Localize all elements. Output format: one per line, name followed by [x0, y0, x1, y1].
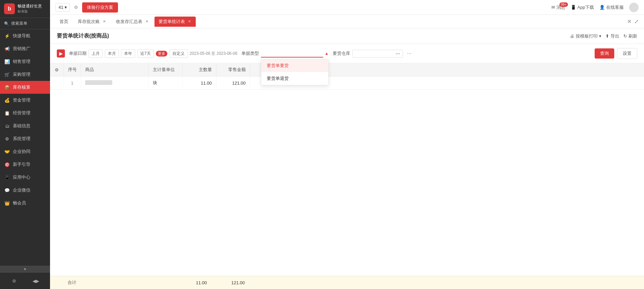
- column-settings-icon[interactable]: ⚙: [55, 67, 59, 72]
- marketing-icon: 📢: [4, 46, 10, 52]
- tab-receipt-summary-close[interactable]: ✕: [144, 19, 149, 24]
- store-selector[interactable]: 41 ▾: [55, 3, 70, 12]
- quick-nav-icon: ⚡: [4, 33, 10, 39]
- sidebar-item-guide[interactable]: 🎯 新手引导: [0, 158, 50, 171]
- refresh-action[interactable]: ↻ 刷新: [623, 33, 637, 39]
- print-template-action[interactable]: 🖨 按模板打印 ▾: [570, 33, 601, 39]
- sidebar-search[interactable]: 🔍 搜索菜单: [0, 18, 50, 29]
- page-actions: 🖨 按模板打印 ▾ ⬆ 导出 ↻ 刷新: [570, 33, 637, 39]
- store-name: 41: [58, 5, 63, 10]
- filter-expand-button[interactable]: ▶: [57, 49, 65, 58]
- sidebar-item-label: 销售管理: [13, 59, 30, 65]
- trial-button[interactable]: 体验行业方案: [82, 2, 118, 13]
- tab-bar: 首页 库存批次账 ✕ 收发存汇总表 ✕ 要货单统计表 ✕ ✕ ⤢: [50, 15, 644, 28]
- sidebar-item-label: 基础信息: [13, 123, 30, 129]
- type-filter-label: 单据类型: [241, 50, 259, 57]
- topbar-right: ✉ 消息 99+ 📱 App下载 👤 在线客服: [551, 3, 639, 12]
- tab-home-label: 首页: [59, 19, 68, 25]
- warehouse-select[interactable]: ⋯: [352, 50, 403, 58]
- settings-button[interactable]: ⚙: [9, 276, 19, 286]
- tab-order-stats-label: 要货单统计表: [159, 19, 185, 25]
- date-this-year-btn[interactable]: 本年: [121, 49, 135, 58]
- table-footer: 合计 11.00 121.00: [50, 276, 644, 289]
- type-select-container: ▲ 要货单要货 要货单退货: [261, 50, 329, 58]
- sidebar-item-label: 企业协同: [13, 149, 30, 155]
- sales-icon: 📊: [4, 59, 10, 65]
- tab-order-stats[interactable]: 要货单统计表 ✕: [154, 17, 196, 27]
- date-recent-btn[interactable]: 近7天: [137, 49, 154, 58]
- sidebar-item-sales[interactable]: 📊 销售管理: [0, 55, 50, 68]
- footer-amount: 121.00: [211, 280, 245, 285]
- tab-close-all-icon[interactable]: ✕: [627, 18, 631, 25]
- sidebar-item-label: 库存核算: [13, 84, 30, 90]
- date-filter-group: 单据日期 上月 本月 本年 近7天 更多 自定义 2023-05-06 至 20…: [69, 49, 237, 58]
- tab-inventory-batch[interactable]: 库存批次账 ✕: [74, 17, 111, 27]
- type-select-input[interactable]: [261, 50, 323, 58]
- logo-sub: 标准版: [18, 9, 42, 14]
- date-more-badge[interactable]: 更多: [156, 51, 167, 57]
- date-filter-label: 单据日期: [69, 50, 87, 57]
- date-custom-btn[interactable]: 自定义: [169, 49, 188, 58]
- tab-inventory-batch-close[interactable]: ✕: [102, 19, 106, 24]
- sidebar-item-member[interactable]: 👑 畅会员: [0, 197, 50, 209]
- tab-order-stats-close[interactable]: ✕: [187, 19, 192, 24]
- sidebar-item-operations[interactable]: 📋 经营管理: [0, 107, 50, 119]
- basic-icon: 🗂: [4, 123, 10, 129]
- tab-bar-actions: ✕ ⤢: [627, 18, 639, 25]
- sidebar-scroll-down[interactable]: ▼: [0, 266, 50, 272]
- date-last-month-btn[interactable]: 上月: [89, 49, 103, 58]
- table-container: ⚙ 序号 商品 主计量单位 主数量 零售金额 1: [50, 63, 644, 276]
- app-download-label: App下载: [577, 4, 594, 10]
- filter-settings-button[interactable]: 设置: [617, 48, 637, 59]
- sidebar-item-basic[interactable]: 🗂 基础信息: [0, 119, 50, 132]
- export-action[interactable]: ⬆ 导出: [605, 33, 619, 39]
- sidebar-item-enterprise[interactable]: 🤝 企业协同: [0, 145, 50, 158]
- sidebar-item-label: 企业微信: [13, 187, 30, 193]
- table-row: 1 块 11.00 121.00: [50, 76, 644, 90]
- sidebar-item-inventory[interactable]: 📦 库存核算: [0, 81, 50, 94]
- sidebar-item-label: 经营管理: [13, 110, 30, 116]
- sidebar-logo: b 畅捷通好生意 标准版: [0, 0, 50, 18]
- logo-name: 畅捷通好生意: [18, 4, 42, 9]
- service-icon: 👤: [599, 5, 605, 10]
- messages-item[interactable]: ✉ 消息 99+: [551, 4, 565, 10]
- app-download-item[interactable]: 📱 App下载: [571, 4, 594, 10]
- member-icon: 👑: [4, 200, 10, 206]
- filter-more-dots[interactable]: ···: [407, 50, 411, 57]
- main-content: 41 ▾ ⚙ 体验行业方案 ✉ 消息 99+ 📱 App下载 👤 在线客服: [50, 0, 644, 289]
- inventory-icon: 📦: [4, 84, 10, 90]
- cell-settings: [50, 76, 64, 90]
- tab-home[interactable]: 首页: [55, 17, 72, 27]
- topbar-left: 41 ▾ ⚙ 体验行业方案: [55, 2, 549, 13]
- sidebar-item-system[interactable]: ⚙ 系统管理: [0, 132, 50, 145]
- online-service-item[interactable]: 👤 在线客服: [599, 4, 624, 10]
- sidebar-item-label: 应用中心: [13, 174, 30, 180]
- phone-icon: 📱: [571, 5, 576, 10]
- type-select-arrow[interactable]: ▲: [325, 51, 329, 56]
- tab-expand-icon[interactable]: ⤢: [634, 18, 639, 25]
- purchase-icon: 🛒: [4, 71, 10, 77]
- sidebar-item-appstore[interactable]: 📱 应用中心: [0, 171, 50, 184]
- sidebar-item-quick-nav[interactable]: ⚡ 快捷导航: [0, 29, 50, 42]
- dropdown-item-return[interactable]: 要货单退货: [261, 72, 328, 85]
- search-label: 搜索菜单: [11, 21, 27, 26]
- collapse-button[interactable]: ◀▶: [31, 276, 41, 286]
- table-header-row: ⚙ 序号 商品 主计量单位 主数量 零售金额: [50, 63, 644, 76]
- sidebar-item-wechat[interactable]: 💬 企业微信: [0, 184, 50, 197]
- refresh-icon: ↻: [623, 34, 627, 39]
- cell-product: [81, 76, 148, 90]
- tab-receipt-summary[interactable]: 收发存汇总表 ✕: [112, 17, 153, 27]
- topbar-settings-icon[interactable]: ⚙: [73, 3, 79, 11]
- chevron-down-icon: ▾: [65, 5, 67, 10]
- dropdown-item-order[interactable]: 要货单要货: [261, 59, 328, 72]
- enterprise-icon: 🤝: [4, 149, 10, 155]
- sidebar-item-label: 快捷导航: [13, 33, 30, 39]
- sidebar-item-purchase[interactable]: 🛒 采购管理: [0, 68, 50, 81]
- sidebar-item-finance[interactable]: 💰 资金管理: [0, 94, 50, 107]
- logo-text-block: 畅捷通好生意 标准版: [18, 4, 42, 14]
- query-button[interactable]: 查询: [595, 48, 614, 59]
- date-this-month-btn[interactable]: 本月: [105, 49, 119, 58]
- user-avatar[interactable]: [629, 3, 639, 12]
- sidebar-item-marketing[interactable]: 📢 营销推广: [0, 42, 50, 55]
- print-template-label: 按模板打印: [576, 33, 598, 39]
